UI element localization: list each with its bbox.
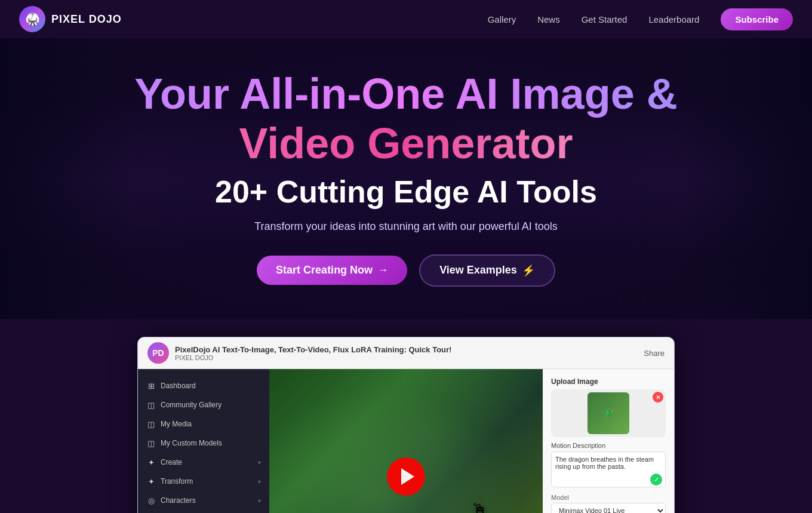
sidebar-create-label: Create [161, 458, 253, 466]
my-media-icon: ◫ [146, 419, 156, 429]
channel-name: PIXEL DOJO [175, 354, 638, 361]
model-select-label: Model [551, 494, 666, 501]
upload-area[interactable]: 🐉 ✕ [551, 389, 666, 437]
hero-title-line1: Your All-in-One AI Image & [134, 70, 677, 118]
transform-icon: ✦ [146, 477, 156, 486]
community-gallery-icon: ◫ [146, 400, 156, 410]
video-main: ⊞ Dashboard ◫ Community Gallery ◫ My Med… [138, 369, 674, 513]
play-triangle-icon [401, 468, 414, 485]
nav-links: Gallery News Get Started Leaderboard Sub… [488, 8, 793, 30]
start-arrow-icon: → [377, 264, 388, 277]
share-button[interactable]: Share [644, 349, 665, 358]
motion-description-wrap: ✓ [551, 451, 666, 489]
sidebar-item-dashboard[interactable]: ⊞ Dashboard [138, 376, 269, 395]
navbar: 🥋 PIXEL DOJO Gallery News Get Started Le… [0, 0, 812, 38]
hero-content: Your All-in-One AI Image & Video Generat… [110, 70, 701, 287]
video-player-wrapper: PD PixelDojo AI Text-To-Image, Text-To-V… [137, 337, 675, 513]
channel-avatar: PD [147, 342, 169, 364]
logo-text: PIXEL DOJO [51, 13, 122, 26]
sidebar-item-my-custom-models[interactable]: ◫ My Custom Models [138, 434, 269, 453]
start-label: Start Creating Now [276, 264, 373, 277]
video-section: PD PixelDojo AI Text-To-Image, Text-To-V… [0, 319, 812, 513]
video-info: PixelDojo AI Text-To-Image, Text-To-Vide… [175, 345, 638, 361]
create-icon: ✦ [146, 457, 156, 467]
upload-thumbnail: 🐉 [588, 392, 629, 434]
view-examples-button[interactable]: View Examples ⚡ [419, 254, 555, 287]
motion-description-input[interactable] [551, 451, 666, 487]
nav-news[interactable]: News [537, 14, 560, 24]
hero-title-line3: 20+ Cutting Edge AI Tools [134, 173, 677, 210]
play-button[interactable] [387, 457, 425, 496]
logo-icon: 🥋 [19, 6, 45, 32]
hero-subtitle: Transform your ideas into stunning art w… [134, 220, 677, 233]
nav-gallery[interactable]: Gallery [488, 14, 516, 24]
sidebar-item-transform[interactable]: ✦ Transform ▾ [138, 472, 269, 491]
sidebar-custommodels-label: My Custom Models [161, 439, 261, 447]
video-right-panel: Upload Image 🐉 ✕ Motion Description ✓ Mo… [543, 369, 674, 513]
hero-section: Your All-in-One AI Image & Video Generat… [0, 38, 812, 319]
video-player[interactable]: 🖱 [269, 369, 543, 513]
sidebar-item-my-media[interactable]: ◫ My Media [138, 414, 269, 434]
characters-icon: ◎ [146, 496, 156, 505]
logo-link[interactable]: 🥋 PIXEL DOJO [19, 6, 122, 32]
subscribe-button[interactable]: Subscribe [721, 8, 793, 30]
avatar-initials: PD [152, 348, 164, 358]
hero-buttons: Start Creating Now → View Examples ⚡ [134, 254, 677, 287]
characters-chevron-icon: ▾ [258, 497, 261, 504]
nav-leaderboard[interactable]: Leaderboard [648, 14, 699, 24]
sidebar-transform-label: Transform [161, 477, 253, 486]
nav-get-started[interactable]: Get Started [582, 14, 628, 24]
sidebar-item-characters[interactable]: ◎ Characters ▾ [138, 491, 269, 510]
bolt-icon: ⚡ [522, 264, 535, 277]
sidebar-item-enhance[interactable]: ✦ Enhance ▾ [138, 510, 269, 513]
sidebar-item-community-gallery[interactable]: ◫ Community Gallery [138, 395, 269, 414]
sidebar-item-create[interactable]: ✦ Create ▾ [138, 453, 269, 472]
cursor-icon: 🖱 [471, 500, 488, 513]
app-sidebar: ⊞ Dashboard ◫ Community Gallery ◫ My Med… [138, 369, 269, 513]
examples-label: View Examples [439, 264, 517, 277]
sidebar-dashboard-label: Dashboard [161, 382, 261, 390]
transform-chevron-icon: ▾ [258, 478, 261, 485]
model-select[interactable]: Minimax Video 01 Live [551, 503, 666, 513]
motion-description-label: Motion Description [551, 442, 666, 449]
create-chevron-icon: ▾ [258, 459, 261, 466]
whatsapp-icon: ✓ [650, 474, 662, 486]
video-header: PD PixelDojo AI Text-To-Image, Text-To-V… [138, 337, 674, 369]
sidebar-mymedia-label: My Media [161, 420, 261, 428]
sidebar-community-label: Community Gallery [161, 401, 261, 409]
sidebar-characters-label: Characters [161, 496, 253, 505]
hero-title-line2: Video Generator [134, 120, 677, 167]
upload-section-title: Upload Image [551, 377, 666, 386]
start-creating-button[interactable]: Start Creating Now → [257, 256, 407, 285]
dashboard-icon: ⊞ [146, 381, 156, 391]
video-title: PixelDojo AI Text-To-Image, Text-To-Vide… [175, 345, 638, 354]
remove-upload-button[interactable]: ✕ [653, 392, 663, 403]
custom-models-icon: ◫ [146, 438, 156, 448]
